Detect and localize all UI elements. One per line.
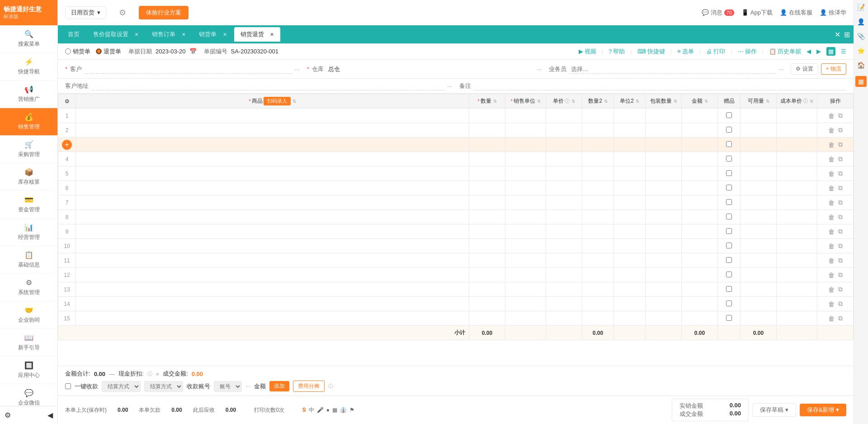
cost-sort-icon[interactable]: ⇅ — [810, 99, 813, 104]
close-tab-btn[interactable]: ✕ — [835, 30, 840, 39]
price-sort-icon[interactable]: ⇅ — [571, 99, 575, 104]
warehouse-more-btn[interactable]: ··· — [537, 66, 542, 72]
save-new-btn[interactable]: 保存&新增 ▾ — [800, 404, 846, 416]
calendar-icon[interactable]: 📅 — [189, 48, 197, 55]
print-btn[interactable]: 🖨 打印 — [706, 48, 725, 56]
delete-row-icon[interactable]: 🗑 — [828, 214, 835, 221]
gift-checkbox-10[interactable] — [726, 243, 732, 248]
copy-row-icon[interactable]: ⧉ — [838, 213, 843, 221]
settings-icon[interactable]: ⚙ — [5, 411, 11, 419]
sidebar-item-sales[interactable]: 💰 销售管理 — [0, 108, 57, 136]
maximize-tab-btn[interactable]: ⊞ — [844, 30, 850, 39]
tab-price-settings[interactable]: 售价提取设置 × — [87, 27, 145, 42]
settlement-method-select[interactable]: 结算方式 — [102, 381, 141, 392]
delete-row-icon[interactable]: 🗑 — [828, 315, 835, 322]
delete-row-3-icon[interactable]: 🗑 — [828, 141, 835, 148]
user-profile-btn[interactable]: 👤 徐泽华 — [820, 9, 846, 17]
sidebar-item-guide[interactable]: 📖 新手引导 — [0, 329, 57, 357]
gift-checkbox-3[interactable] — [726, 141, 732, 147]
delete-row-icon[interactable]: 🗑 — [828, 170, 835, 177]
salesperson-more-btn[interactable]: ··· — [778, 66, 783, 72]
sidebar-item-basics[interactable]: 📋 基础信息 — [0, 246, 57, 274]
video-help-btn[interactable]: ▶ 视频 — [579, 48, 596, 56]
gift-checkbox-6[interactable] — [726, 185, 732, 191]
sidebar-item-wechat[interactable]: 💬 企业微信 — [0, 384, 57, 406]
copy-row-icon[interactable]: ⧉ — [838, 184, 843, 192]
tab-sales-order-close[interactable]: × — [182, 31, 185, 38]
gift-checkbox-8[interactable] — [726, 214, 732, 219]
th-gear[interactable]: ⚙ — [58, 94, 76, 109]
radio-sale-invoice[interactable]: 销货单 — [65, 48, 90, 56]
copy-row-icon[interactable]: ⧉ — [838, 300, 843, 308]
copy-row-icon[interactable]: ⧉ — [838, 314, 843, 322]
right-panel-icon-5[interactable]: 🏠 — [857, 62, 865, 69]
gift-checkbox-12[interactable] — [726, 272, 732, 277]
delete-row-icon[interactable]: 🗑 — [828, 228, 835, 235]
account-select[interactable]: 账号 — [214, 381, 242, 392]
product-input-3[interactable] — [80, 141, 465, 148]
sidebar-item-finance[interactable]: 💳 资金管理 — [0, 191, 57, 219]
add-row-btn-cell[interactable]: + — [58, 138, 76, 152]
price-info-icon[interactable]: ⓘ — [565, 98, 570, 105]
product-cell-2[interactable] — [76, 123, 469, 138]
nav-next-btn[interactable]: ▶ — [816, 48, 821, 55]
right-panel-icon-2[interactable]: 👤 — [857, 18, 865, 25]
tab-sales-invoice-close[interactable]: × — [223, 31, 226, 38]
copy-row-icon[interactable]: ⧉ — [838, 228, 843, 235]
quantity-cell-1[interactable] — [469, 109, 505, 123]
unit-sort-icon[interactable]: ⇅ — [537, 99, 541, 104]
discount-info-icon[interactable]: ⓘ — [147, 371, 152, 377]
operate-btn[interactable]: ⋯ 操作 — [738, 48, 757, 56]
address-more-btn[interactable]: ··· — [447, 83, 452, 90]
experience-plan-btn[interactable]: 体验行业方案 — [139, 6, 189, 19]
sidebar-item-quick-nav[interactable]: ⚡ 快捷导航 — [0, 53, 57, 81]
save-draft-btn[interactable]: 保存草稿 ▾ — [752, 403, 796, 417]
delete-row-1-icon[interactable]: 🗑 — [828, 112, 835, 119]
right-panel-icon-1[interactable]: 📝 — [857, 4, 865, 11]
sidebar-item-search[interactable]: 🔍 搜索菜单 — [0, 25, 57, 53]
add-payment-btn[interactable]: 添加 — [269, 381, 289, 391]
calc-method-select[interactable]: 结算方式 — [144, 381, 183, 392]
nav-prev-btn[interactable]: ◀ — [807, 48, 811, 55]
gift-checkbox-4[interactable] — [726, 156, 732, 162]
tab-sales-return-close[interactable]: × — [270, 31, 274, 38]
unit2-cell-1[interactable] — [614, 109, 646, 123]
delete-row-icon[interactable]: 🗑 — [828, 286, 835, 293]
gear-icon[interactable]: ⚙ — [65, 98, 70, 105]
copy-row-2-icon[interactable]: ⧉ — [838, 126, 843, 134]
product-cell-1[interactable] — [76, 109, 469, 123]
delete-row-icon[interactable]: 🗑 — [828, 300, 835, 308]
sales-unit-cell-1[interactable] — [505, 109, 546, 123]
copy-row-icon[interactable]: ⧉ — [838, 242, 843, 250]
history-btn[interactable]: 📋 历史单据 — [769, 48, 801, 56]
gift-checkbox-11[interactable] — [726, 257, 732, 263]
delete-row-icon[interactable]: 🗑 — [828, 272, 835, 279]
remark-input[interactable] — [474, 81, 846, 91]
account-more-btn[interactable]: ··· — [245, 383, 250, 390]
tab-sales-order[interactable]: 销售订单 × — [146, 27, 192, 42]
message-btn[interactable]: 💬 消息 70 — [702, 9, 734, 17]
cost-price-cell-1[interactable] — [777, 109, 817, 123]
qty-sort-icon[interactable]: ⇅ — [493, 99, 497, 104]
daily-category-selector[interactable]: 日用百货 ▾ — [65, 6, 106, 19]
copy-row-3-icon[interactable]: ⧉ — [838, 141, 843, 148]
view-grid-btn[interactable]: ▦ — [826, 47, 835, 56]
amount-sort-icon[interactable]: ⇅ — [704, 99, 708, 104]
online-service-btn[interactable]: 👤 在线客服 — [780, 9, 812, 17]
customer-more-btn[interactable]: ··· — [295, 66, 300, 72]
delete-row-icon[interactable]: 🗑 — [828, 185, 835, 192]
sidebar-item-marketing[interactable]: 📢 营销推广 — [0, 81, 57, 108]
sidebar-item-inventory[interactable]: 📦 库存核算 — [0, 163, 57, 191]
copy-row-icon[interactable]: ⧉ — [838, 170, 843, 177]
delete-row-icon[interactable]: 🗑 — [828, 243, 835, 250]
form-setting-btn[interactable]: ⚙ 设置 — [791, 63, 818, 75]
delete-row-icon[interactable]: 🗑 — [828, 199, 835, 206]
collapse-icon[interactable]: ◀ — [47, 411, 53, 419]
right-panel-active-icon[interactable]: ▦ — [855, 76, 867, 87]
available-cell-1[interactable] — [741, 109, 777, 123]
add-row-button[interactable]: + — [62, 140, 72, 150]
package-qty-cell-1[interactable] — [646, 109, 682, 123]
gift-checkbox-15[interactable] — [726, 315, 732, 321]
gift-cell-1[interactable] — [718, 109, 741, 123]
delete-row-icon[interactable]: 🗑 — [828, 156, 835, 163]
